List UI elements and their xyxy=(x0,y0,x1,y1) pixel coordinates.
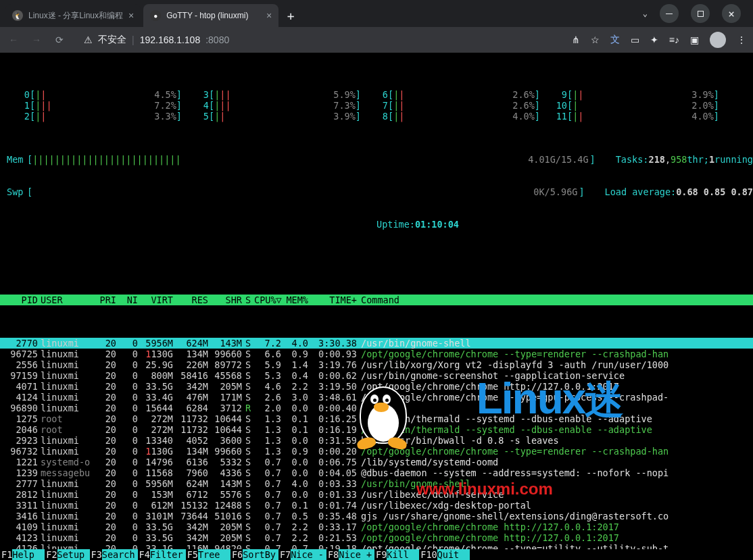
table-row[interactable]: 2923linuxmi2001334040523600S1.30.00:31.5… xyxy=(0,435,753,446)
fkey-kill[interactable]: F9Kill xyxy=(374,549,419,560)
tab-gotty[interactable]: ● GoTTY - htop (linuxmi) × xyxy=(143,4,278,27)
tab-title: GoTTY - htop (linuxmi) xyxy=(166,11,248,20)
table-row[interactable]: 1275root200272M1173210644S1.30.10:16.25/… xyxy=(0,413,753,424)
tab-favicon-icon: ● xyxy=(150,10,161,21)
table-row[interactable]: 2777linuxmi2005956M624M143MS0.74.00:03.3… xyxy=(0,478,753,489)
share-icon[interactable]: ⋔ xyxy=(572,34,580,45)
table-row[interactable]: 96732linuxmi2001130G134M99660S1.30.90:00… xyxy=(0,446,753,457)
tab-favicon-icon: 🐧 xyxy=(12,10,23,21)
extensions-icon[interactable]: ✦ xyxy=(650,34,658,45)
table-row[interactable]: 2046root200272M1173210644S1.30.10:16.19/… xyxy=(0,424,753,435)
table-row[interactable]: 4123linuxmi20033.5G342M205MS0.72.20:21.5… xyxy=(0,532,753,543)
col-time[interactable]: TIME+ xyxy=(308,295,357,305)
address-bar: ← → ⟳ ⚠ 不安全 | 192.168.1.108:8080 ⋔ ☆ 文 ▭… xyxy=(0,27,753,53)
tab-linuxmi[interactable]: 🐧 Linux迷 - 分享Linux和编程 × xyxy=(5,4,141,27)
table-row[interactable]: 4109linuxmi20033.5G342M205MS0.72.20:33.1… xyxy=(0,521,753,532)
table-row[interactable]: 96725linuxmi2001130G134M99660S6.60.90:00… xyxy=(0,349,753,359)
col-s[interactable]: S xyxy=(242,295,254,305)
fkey-quit[interactable]: F10Quit xyxy=(419,549,469,560)
process-table-header[interactable]: PID USER PRI NI VIRT RES SHR S CPU%▽ MEM… xyxy=(0,295,753,305)
memory-meter: Mem[|||||||||||||||||||||||||||4.01G/15.… xyxy=(0,154,753,165)
playlist-icon[interactable]: ≡♪ xyxy=(669,34,679,45)
warning-icon: ⚠ xyxy=(84,34,93,45)
fkey-sortby[interactable]: F6SortBy xyxy=(230,549,278,560)
loadavg-label: Load average: xyxy=(605,186,677,197)
profile-avatar[interactable] xyxy=(710,32,726,48)
chevron-down-icon[interactable]: ⌄ xyxy=(643,9,648,18)
col-user[interactable]: USER xyxy=(38,295,92,305)
table-row[interactable]: 3311linuxmi200612M1513212488S0.70.10:01.… xyxy=(0,500,753,511)
col-pid[interactable]: PID xyxy=(0,295,38,305)
close-icon[interactable]: × xyxy=(266,10,272,21)
col-command[interactable]: Command xyxy=(357,295,753,305)
tab-title: Linux迷 - 分享Linux和编程 xyxy=(28,10,123,22)
fkey-nice +[interactable]: F8Nice + xyxy=(326,549,374,560)
browser-tabstrip: 🐧 Linux迷 - 分享Linux和编程 × ● GoTTY - htop (… xyxy=(0,0,753,27)
fkey-filter[interactable]: F4Filter xyxy=(138,549,186,560)
fkey-help[interactable]: F1Help xyxy=(0,549,45,560)
table-row[interactable]: 4124linuxmi20033.4G476M171MS2.63.03:48.6… xyxy=(0,392,753,403)
menu-icon[interactable]: ⋮ xyxy=(737,34,746,45)
tasks-label: Tasks: xyxy=(616,154,649,165)
tv-icon[interactable]: ▭ xyxy=(631,34,639,45)
url-port: :8080 xyxy=(205,34,229,45)
col-pri[interactable]: PRI xyxy=(92,295,116,305)
table-row[interactable]: 96890linuxmi2001564462843712R2.00.00:00.… xyxy=(0,403,753,413)
col-mem[interactable]: MEM% xyxy=(281,295,308,305)
window-minimize-button[interactable] xyxy=(660,4,679,23)
uptime-row: Uptime: 01:10:04 xyxy=(0,219,753,230)
reload-button[interactable]: ⟳ xyxy=(53,33,66,47)
col-cpu[interactable]: CPU%▽ xyxy=(254,295,281,305)
new-tab-button[interactable]: + xyxy=(281,9,300,23)
cpu-meters: 0[||4.5%]3[|||5.9%]6[||2.6%]9[||3.9%]1[|… xyxy=(0,89,753,122)
fkey-setup[interactable]: F2Setup xyxy=(45,549,89,560)
swap-meter: Swp[0K/5.96G] Load average: 0.68 0.85 0.… xyxy=(0,186,753,197)
table-row[interactable]: 2812linuxmi200153M67125576S0.70.00:01.33… xyxy=(0,489,753,500)
fkey-tree[interactable]: F5Tree xyxy=(186,549,230,560)
window-close-button[interactable]: × xyxy=(722,4,741,23)
forward-button[interactable]: → xyxy=(30,33,43,47)
col-res[interactable]: RES xyxy=(173,295,208,305)
col-shr[interactable]: SHR xyxy=(208,295,242,305)
table-row[interactable]: 2556linuxmi20025.9G226M89772S5.91.43:19.… xyxy=(0,359,753,370)
col-virt[interactable]: VIRT xyxy=(138,295,173,305)
fkey-search[interactable]: F3Search xyxy=(90,549,138,560)
close-icon[interactable]: × xyxy=(128,10,134,21)
function-key-bar: F1HelpF2SetupF3SearchF4FilterF5TreeF6Sor… xyxy=(0,549,753,560)
terminal[interactable]: 0[||4.5%]3[|||5.9%]6[||2.6%]9[||3.9%]1[|… xyxy=(0,53,753,560)
process-table[interactable]: 2770linuxmi2005956M624M143MS7.24.03:30.3… xyxy=(0,338,753,560)
url-host: 192.168.1.108 xyxy=(140,34,201,45)
window-maximize-button[interactable] xyxy=(691,4,710,23)
url-input[interactable]: ⚠ 不安全 | 192.168.1.108:8080 xyxy=(76,30,562,50)
table-row[interactable]: 1239messagebu2001156879604336S0.70.00:04… xyxy=(0,467,753,478)
table-row[interactable]: 4071linuxmi20033.5G342M205MS4.62.23:19.5… xyxy=(0,381,753,392)
col-ni[interactable]: NI xyxy=(116,295,138,305)
table-row[interactable]: 2770linuxmi2005956M624M143MS7.24.03:30.3… xyxy=(0,338,753,349)
security-label: 不安全 xyxy=(98,34,126,46)
table-row[interactable]: 97159linuxmi200800M5841645568S5.30.40:00… xyxy=(0,370,753,381)
table-row[interactable]: 3416linuxmi2003101M7364451016S0.70.50:35… xyxy=(0,511,753,521)
back-button[interactable]: ← xyxy=(7,33,20,47)
panel-icon[interactable]: ▣ xyxy=(690,34,699,45)
translate-icon[interactable]: 文 xyxy=(610,34,620,46)
fkey-nice -[interactable]: F7Nice - xyxy=(278,549,326,560)
star-icon[interactable]: ☆ xyxy=(591,34,600,45)
table-row[interactable]: 1221systemd-o2001479661365332S0.70.00:06… xyxy=(0,457,753,467)
